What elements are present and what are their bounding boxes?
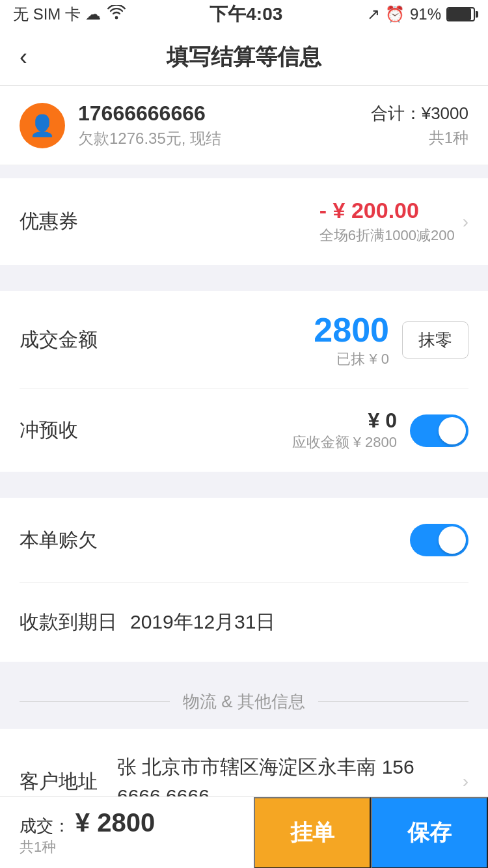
- total-label: 合计：¥3000: [371, 102, 468, 125]
- alarm-icon: ⏰: [385, 5, 405, 23]
- sim-status: 无 SIM 卡 ☁: [13, 4, 101, 25]
- deal-amount-col: 2800 已抹 ¥ 0: [314, 310, 389, 369]
- section-divider-2: [0, 472, 488, 485]
- bottom-deal-count: 共1种: [20, 837, 234, 857]
- back-button[interactable]: ‹: [20, 44, 27, 71]
- status-left: 无 SIM 卡 ☁: [13, 4, 126, 25]
- address-label: 客户地址: [20, 768, 98, 795]
- due-date-label: 收款到期日: [20, 609, 117, 636]
- coupon-row[interactable]: 优惠券 - ¥ 200.00 全场6折满1000减200 ›: [0, 178, 488, 265]
- logistics-line-left: [20, 701, 170, 702]
- content: 👤 17666666666 欠款1276.35元, 现结 合计：¥3000 共1…: [0, 86, 488, 868]
- status-right: ↗ ⏰ 91%: [367, 5, 475, 23]
- deal-row: 成交金额 2800 已抹 ¥ 0 抹零: [20, 291, 468, 389]
- deal-amount-value: 2800: [314, 310, 389, 349]
- bottom-deal-amount: ¥ 2800: [75, 808, 155, 837]
- toggle-knob: [439, 417, 466, 444]
- prepaid-amount: ¥ 0: [292, 409, 397, 433]
- bottom-left: 成交： ¥ 2800 共1种: [0, 808, 254, 857]
- bottom-deal-label: 成交：: [20, 816, 70, 835]
- status-time: 下午4:03: [210, 2, 282, 27]
- credit-label: 本单赊欠: [20, 527, 98, 554]
- deal-amount-label: 成交金额: [20, 327, 98, 353]
- coupon-detail: 全场6折满1000减200: [319, 226, 455, 245]
- round-button[interactable]: 抹零: [402, 321, 468, 359]
- prepaid-toggle[interactable]: [410, 414, 468, 447]
- deal-erased: 已抹 ¥ 0: [314, 349, 389, 369]
- nav-bar: ‹ 填写结算等信息: [0, 29, 488, 86]
- coupon-right: - ¥ 200.00 全场6折满1000减200 ›: [319, 198, 468, 245]
- total-count: 共1种: [371, 128, 468, 148]
- nav-title: 填写结算等信息: [167, 42, 321, 72]
- coupon-info: - ¥ 200.00 全场6折满1000减200: [319, 198, 455, 245]
- prepaid-right: ¥ 0 应收金额 ¥ 2800: [292, 409, 468, 452]
- logistics-divider: 物流 & 其他信息: [0, 675, 488, 729]
- due-date-row: 收款到期日 2019年12月31日: [20, 583, 468, 662]
- customer-card: 👤 17666666666 欠款1276.35元, 现结 合计：¥3000 共1…: [0, 86, 488, 165]
- wifi-icon: [107, 5, 126, 23]
- avatar-icon: 👤: [29, 113, 55, 138]
- prepaid-amount-col: ¥ 0 应收金额 ¥ 2800: [292, 409, 397, 452]
- coupon-label: 优惠券: [20, 208, 78, 235]
- logistics-line-right: [318, 701, 468, 702]
- location-icon: ↗: [367, 5, 380, 23]
- hold-button[interactable]: 挂单: [254, 797, 371, 869]
- customer-row: 👤 17666666666 欠款1276.35元, 现结 合计：¥3000 共1…: [0, 86, 488, 165]
- deal-section: 成交金额 2800 已抹 ¥ 0 抹零 冲预收 ¥ 0 应收金额 ¥ 2800: [0, 291, 488, 472]
- bottom-deal-row: 成交： ¥ 2800: [20, 808, 234, 837]
- chevron-right-icon: ›: [463, 211, 468, 232]
- credit-row: 本单赊欠: [20, 498, 468, 583]
- customer-subtext: 欠款1276.35元, 现结: [78, 128, 221, 149]
- avatar: 👤: [20, 103, 65, 148]
- status-bar: 无 SIM 卡 ☁ 下午4:03 ↗ ⏰ 91%: [0, 0, 488, 29]
- credit-toggle-knob: [439, 526, 466, 554]
- prepaid-row: 冲预收 ¥ 0 应收金额 ¥ 2800: [20, 389, 468, 472]
- customer-info: 17666666666 欠款1276.35元, 现结: [78, 102, 221, 149]
- logistics-text: 物流 & 其他信息: [183, 690, 305, 713]
- credit-section: 本单赊欠 收款到期日 2019年12月31日: [0, 498, 488, 662]
- credit-toggle[interactable]: [410, 524, 468, 556]
- save-button[interactable]: 保存: [371, 797, 488, 869]
- battery-percent: 91%: [410, 5, 441, 23]
- coupon-discount: - ¥ 200.00: [319, 198, 455, 223]
- section-divider-1: [0, 278, 488, 291]
- battery-icon: [446, 7, 475, 21]
- customer-phone: 17666666666: [78, 102, 221, 126]
- address-chevron-icon: ›: [463, 771, 468, 792]
- due-date-value: 2019年12月31日: [130, 609, 275, 636]
- prepaid-label: 冲预收: [20, 417, 78, 444]
- customer-right: 合计：¥3000 共1种: [371, 102, 468, 148]
- customer-left: 👤 17666666666 欠款1276.35元, 现结: [20, 102, 221, 149]
- bottom-bar: 成交： ¥ 2800 共1种 挂单 保存: [0, 796, 488, 868]
- prepaid-receivable: 应收金额 ¥ 2800: [292, 433, 397, 452]
- deal-right: 2800 已抹 ¥ 0 抹零: [314, 310, 468, 369]
